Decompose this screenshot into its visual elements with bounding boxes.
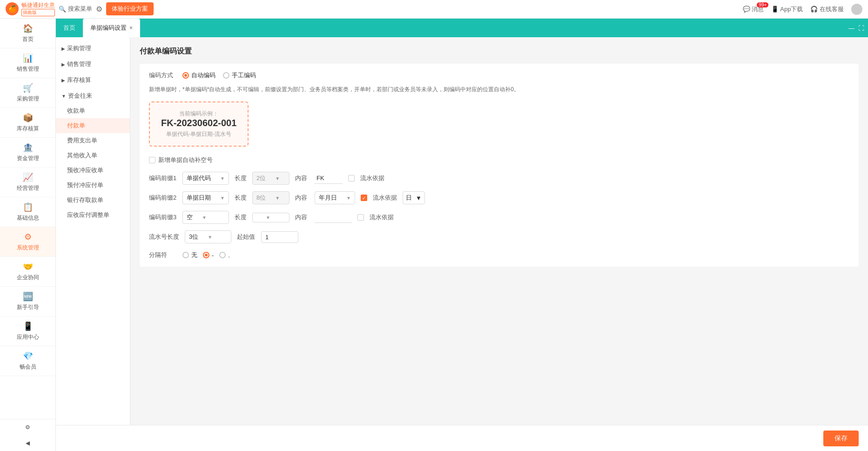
save-button[interactable]: 保存: [823, 431, 859, 446]
sidebar-item-corp[interactable]: 🤝 企业协同: [0, 257, 55, 287]
settings-icon[interactable]: ⚙: [96, 5, 102, 13]
left-nav: ▶ 采购管理 ▶ 销售管理 ▶ 库存核算: [56, 37, 130, 425]
trial-button[interactable]: 体验行业方案: [106, 2, 154, 15]
auto-encoding-radio[interactable]: 自动编码: [182, 71, 215, 80]
separator-dash-radio[interactable]: -: [203, 252, 214, 259]
separator-dash-label: -: [212, 252, 214, 259]
sidebar-label-system: 系统管理: [17, 244, 39, 252]
start-value-input[interactable]: [261, 231, 298, 243]
sidebar-label-sales: 销售管理: [17, 65, 39, 73]
preview-label-text: 当前编码示例：: [161, 110, 236, 118]
sidebar-item-basic[interactable]: 📋 基础信息: [0, 197, 55, 227]
prefix3-content-label: 内容: [295, 213, 309, 222]
nav-group-inventory: ▶ 库存核算: [56, 73, 130, 88]
prefix1-select[interactable]: 单据代码 ▼: [182, 172, 229, 185]
prefix1-label: 编码前缀1: [149, 174, 177, 182]
prefix3-water-checkbox[interactable]: [357, 214, 364, 221]
purchase-icon: 🛒: [23, 83, 33, 93]
sidebar-item-member[interactable]: 💎 畅会员: [0, 346, 55, 376]
prefix2-length-label: 长度: [235, 194, 247, 202]
separator-label: 分隔符: [149, 251, 177, 259]
sidebar-item-system[interactable]: ⚙ 系统管理: [0, 227, 55, 257]
prefix2-row: 编码前缀2 单据日期 ▼ 长度 8位 ▼ 内容 年月日: [149, 191, 849, 204]
search-label: 搜索菜单: [68, 5, 92, 13]
guide-icon: 🆕: [23, 291, 33, 302]
nav-item-expense[interactable]: 费用支出单: [56, 133, 130, 148]
sidebar-item-home[interactable]: 🏠 首页: [0, 19, 55, 48]
nav-group-fund: ▼ 资金往来 收款单 付款单 费用支出单 其他收入单 预收冲应收单 预付冲应付单…: [56, 88, 130, 222]
nav-item-receipt[interactable]: 收款单: [56, 103, 130, 118]
separator-dot-radio[interactable]: .: [219, 252, 230, 259]
tab-maximize-icon[interactable]: ⛶: [858, 25, 864, 32]
top-bar-left: 🍊 畅捷通好生意 插曲版 🔍 搜索菜单 ⚙ 体验行业方案: [6, 2, 154, 16]
serial-length-value: 3位: [189, 233, 198, 241]
prefix2-content-select[interactable]: 年月日 ▼: [315, 191, 355, 204]
online-service-button[interactable]: 🎧 在线客服: [810, 5, 844, 13]
preview-box: 当前编码示例： FK-20230602-001 单据代码-单据日期-流水号: [149, 101, 249, 147]
inventory-arrow-icon: ▶: [61, 78, 65, 83]
nav-group-fund-title[interactable]: ▼ 资金往来: [56, 88, 130, 103]
tab-encoding[interactable]: 单据编码设置 ×: [83, 19, 140, 37]
serial-length-label: 流水号长度: [149, 233, 179, 241]
sidebar-label-member: 畅会员: [20, 363, 36, 371]
user-avatar[interactable]: [851, 4, 862, 15]
app-center-icon: 📱: [23, 321, 33, 331]
prefix1-length-label: 长度: [235, 174, 247, 182]
home-icon: 🏠: [23, 23, 33, 34]
prefix1-content-label: 内容: [295, 174, 309, 182]
nav-item-payment[interactable]: 付款单: [56, 118, 130, 133]
tab-minimize-icon[interactable]: —: [848, 25, 855, 32]
tab-close-icon[interactable]: ×: [129, 25, 133, 31]
sidebar-item-app-center[interactable]: 📱 应用中心: [0, 316, 55, 346]
sidebar-item-finance[interactable]: 🏦 资金管理: [0, 138, 55, 168]
tab-bar: 首页 单据编码设置 × — ⛶: [56, 19, 868, 37]
app-download-button[interactable]: 📱 App下载: [771, 5, 803, 13]
search-icon: 🔍: [59, 6, 66, 13]
prefix2-water-label: 流水依据: [373, 194, 397, 202]
nav-item-bank-deposit[interactable]: 银行存取款单: [56, 193, 130, 208]
manual-encoding-radio[interactable]: 手工编码: [223, 71, 256, 80]
search-bar[interactable]: 🔍 搜索菜单: [59, 5, 92, 13]
app-name: 畅捷通好生意: [21, 2, 55, 8]
prefix1-content-input[interactable]: [315, 173, 343, 184]
message-button[interactable]: 💬 消息 99+: [743, 5, 764, 13]
sidebar-label-purchase: 采购管理: [17, 95, 39, 103]
prefix2-water-checkbox[interactable]: ✓: [361, 195, 367, 201]
tab-bar-controls: — ⛶: [848, 25, 868, 32]
nav-group-inventory-title[interactable]: ▶ 库存核算: [56, 73, 130, 88]
tab-home[interactable]: 首页: [56, 19, 83, 37]
sidebar-item-purchase[interactable]: 🛒 采购管理: [0, 78, 55, 108]
prefix3-length-select[interactable]: ▼: [252, 213, 289, 222]
separator-none-radio[interactable]: 无: [182, 251, 197, 259]
prefix1-length-value: 2位: [256, 174, 266, 182]
prefix1-water-checkbox[interactable]: [348, 175, 355, 182]
prefix2-arrow-icon: ▼: [220, 195, 225, 201]
prefix2-water-select[interactable]: 日 ▼: [403, 191, 425, 204]
main-layout: 🏠 首页 📊 销售管理 🛒 采购管理 📦 库存核算 🏦 资金管理 📈 经营管理 …: [0, 19, 868, 451]
prefix2-select[interactable]: 单据日期 ▼: [182, 191, 229, 204]
prefix3-select[interactable]: 空 ▼: [182, 211, 229, 224]
serial-length-select[interactable]: 3位 ▼: [185, 230, 231, 243]
auto-encoding-label: 自动编码: [191, 71, 215, 80]
sidebar-label-inventory: 库存核算: [17, 125, 39, 133]
prefix1-length-select[interactable]: 2位 ▼: [252, 172, 289, 185]
sidebar-settings-button[interactable]: ⚙: [0, 419, 55, 435]
sidebar-collapse-button[interactable]: ◀: [0, 435, 55, 451]
nav-sales-label: 销售管理: [67, 60, 91, 68]
prefix2-label: 编码前缀2: [149, 194, 177, 202]
sidebar-item-sales[interactable]: 📊 销售管理: [0, 48, 55, 78]
nav-item-advance-payable[interactable]: 预付冲应付单: [56, 178, 130, 193]
prefix3-content-input[interactable]: [315, 212, 352, 223]
nav-group-sales-title[interactable]: ▶ 销售管理: [56, 57, 130, 72]
sidebar-item-guide[interactable]: 🆕 新手引导: [0, 287, 55, 316]
sidebar-label-operations: 经营管理: [17, 184, 39, 192]
nav-item-ap-adjust[interactable]: 应收应付调整单: [56, 208, 130, 222]
prefix2-length-select[interactable]: 8位 ▼: [252, 191, 289, 204]
nav-item-other-income[interactable]: 其他收入单: [56, 148, 130, 163]
app-logo: 🍊 畅捷通好生意 插曲版: [6, 2, 55, 16]
nav-item-advance-receivable[interactable]: 预收冲应收单: [56, 163, 130, 178]
nav-group-purchase-title[interactable]: ▶ 采购管理: [56, 41, 130, 56]
auto-fill-checkbox[interactable]: [149, 157, 155, 163]
sidebar-item-inventory[interactable]: 📦 库存核算: [0, 108, 55, 138]
sidebar-item-operations[interactable]: 📈 经营管理: [0, 168, 55, 197]
